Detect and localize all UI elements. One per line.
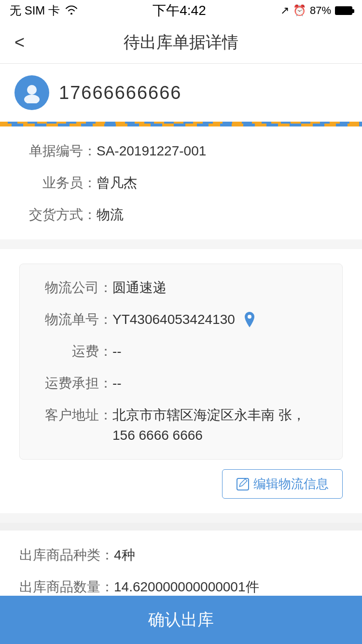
carrier-label: 无 SIM 卡 <box>10 3 60 18</box>
page-title: 待出库单据详情 <box>124 31 238 54</box>
logistics-section-wrapper: 物流公司 圆通速递 物流单号 YT43064053424130 运费 <box>0 249 362 513</box>
order-no-label: 单据编号 <box>19 141 97 161</box>
edit-icon <box>236 477 250 491</box>
wifi-icon <box>65 4 78 17</box>
logistics-section: 物流公司 圆通速递 物流单号 YT43064053424130 运费 <box>19 264 343 460</box>
address-value: 北京市市辖区海淀区永丰南 张，156 6666 6666 <box>112 405 327 446</box>
bottom-bar: 确认出库 <box>0 596 362 644</box>
goods-quantity-label: 出库商品数量 <box>19 577 114 597</box>
edit-logistics-btn-container: 编辑物流信息 <box>19 469 343 499</box>
address-label: 客户地址 <box>35 405 112 425</box>
freight-label: 运费 <box>35 341 112 362</box>
location-status-icon: ↗ <box>280 4 289 17</box>
confirm-button[interactable]: 确认出库 <box>148 609 214 631</box>
goods-types-label: 出库商品种类 <box>19 545 114 565</box>
alarm-icon: ⏰ <box>293 4 306 17</box>
tracking-value: YT43064053424130 <box>112 309 327 330</box>
delivery-value: 物流 <box>97 205 343 225</box>
address-row: 客户地址 北京市市辖区海淀区永丰南 张，156 6666 6666 <box>35 405 327 446</box>
customer-header: 17666666666 <box>0 64 362 124</box>
location-icon[interactable] <box>241 311 258 328</box>
goods-types-row: 出库商品种类 4种 <box>19 545 343 565</box>
avatar <box>14 75 49 110</box>
battery-icon <box>335 6 352 15</box>
company-label: 物流公司 <box>35 278 112 298</box>
freight-bear-value: -- <box>112 373 327 393</box>
freight-bear-row: 运费承担 -- <box>35 373 327 393</box>
order-no-value: SA-20191227-001 <box>97 141 343 161</box>
status-bar-right: ↗ ⏰ 87% <box>280 4 352 17</box>
freight-row: 运费 -- <box>35 341 327 362</box>
goods-quantity-row: 出库商品数量 14.620000000000001件 <box>19 577 343 597</box>
company-row: 物流公司 圆通速递 <box>35 278 327 298</box>
delivery-label: 交货方式 <box>19 205 97 225</box>
svg-point-0 <box>27 85 37 95</box>
edit-logistics-button[interactable]: 编辑物流信息 <box>222 469 343 499</box>
tracking-label: 物流单号 <box>35 309 112 330</box>
salesman-row: 业务员 曾凡杰 <box>19 173 343 193</box>
edit-logistics-label: 编辑物流信息 <box>253 476 329 492</box>
svg-point-2 <box>248 315 251 319</box>
salesman-label: 业务员 <box>19 173 97 193</box>
delivery-row: 交货方式 物流 <box>19 205 343 225</box>
freight-value: -- <box>112 341 327 362</box>
status-bar-left: 无 SIM 卡 <box>10 3 78 18</box>
status-bar: 无 SIM 卡 下午4:42 ↗ ⏰ 87% <box>0 0 362 21</box>
goods-types-value: 4种 <box>114 545 343 565</box>
order-info-section: 单据编号 SA-20191227-001 业务员 曾凡杰 交货方式 物流 <box>0 126 362 239</box>
customer-phone: 17666666666 <box>59 83 181 103</box>
company-value: 圆通速递 <box>112 278 327 298</box>
nav-bar: < 待出库单据详情 <box>0 21 362 64</box>
battery-label: 87% <box>310 4 331 17</box>
freight-bear-label: 运费承担 <box>35 373 112 393</box>
tracking-row: 物流单号 YT43064053424130 <box>35 309 327 330</box>
svg-point-1 <box>24 95 40 103</box>
goods-quantity-value: 14.620000000000001件 <box>114 577 343 597</box>
order-no-row: 单据编号 SA-20191227-001 <box>19 141 343 161</box>
back-button[interactable]: < <box>14 32 25 53</box>
salesman-value: 曾凡杰 <box>97 173 343 193</box>
separator-1 <box>0 523 362 531</box>
status-bar-time: 下午4:42 <box>153 1 206 20</box>
content: 17666666666 单据编号 SA-20191227-001 业务员 曾凡杰… <box>0 64 362 644</box>
